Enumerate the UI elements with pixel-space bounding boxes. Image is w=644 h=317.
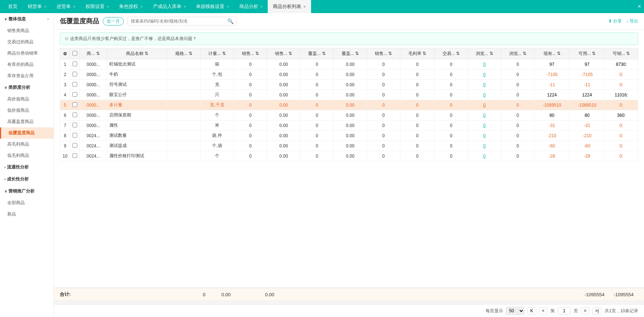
- row-checkbox[interactable]: [70, 70, 80, 80]
- row-checkbox[interactable]: [70, 151, 80, 161]
- page-size-select[interactable]: 50 20 100: [506, 307, 525, 315]
- row-num: 6: [60, 110, 70, 120]
- row-checkbox[interactable]: [70, 120, 80, 131]
- row-browse1[interactable]: 0: [468, 59, 501, 70]
- col-code[interactable]: 商... ⇅: [80, 48, 107, 59]
- nav-templates[interactable]: 单据模板设置 ×: [191, 0, 234, 13]
- col-browse2[interactable]: 浏览... ⇅: [501, 48, 534, 59]
- row-checkbox[interactable]: [70, 59, 80, 70]
- sidebar-section-circulation[interactable]: › 流通性分析: [0, 161, 54, 173]
- nav-permissions-close[interactable]: ×: [107, 4, 109, 9]
- sidebar-item-low-value[interactable]: 低价值商品: [0, 105, 54, 116]
- section-arrow-growth: ›: [4, 177, 5, 181]
- col-checkbox[interactable]: [70, 48, 80, 59]
- col-gross-margin[interactable]: 毛利率 ⇅: [400, 48, 434, 59]
- sidebar-section-overview[interactable]: ∨ 整体信息 «: [0, 13, 54, 25]
- col-available[interactable]: 可用... ⇅: [569, 48, 604, 59]
- prev-page-btn[interactable]: <: [539, 307, 547, 314]
- col-unit[interactable]: 计量... ⇅: [200, 48, 233, 59]
- share-btn[interactable]: ⬆ 分享: [608, 18, 622, 24]
- sidebar-item-in-stock[interactable]: 有库存的商品: [0, 59, 54, 70]
- sidebar: ∨ 整体信息 « 销售类商品 交易过的商品 商品分类动销率 有库存的商品 库存资…: [0, 13, 54, 317]
- row-checkbox[interactable]: [70, 141, 80, 151]
- row-cover1: 0: [300, 131, 333, 141]
- sidebar-item-high-margin[interactable]: 高毛利商品: [0, 139, 54, 150]
- close-all-btn[interactable]: ×: [638, 3, 641, 10]
- row-checkbox[interactable]: [70, 131, 80, 141]
- nav-product-analysis-close[interactable]: ×: [260, 4, 263, 9]
- nav-product-analysis-list-close[interactable]: ×: [303, 4, 306, 9]
- sidebar-item-high-coverage[interactable]: 高覆盖度商品: [0, 116, 54, 127]
- row-gross-margin: 0: [400, 59, 434, 70]
- col-sale-amt[interactable]: 销售... ⇅: [267, 48, 300, 59]
- nav-permissions[interactable]: 权限设置 ×: [80, 0, 114, 13]
- last-page-btn[interactable]: >|: [592, 307, 602, 314]
- search-input[interactable]: [131, 19, 227, 24]
- nav-product-analysis[interactable]: 商品分析 ×: [234, 0, 268, 13]
- col-browse1[interactable]: 浏览... ⇅: [468, 48, 501, 59]
- nav-roles[interactable]: 角色授权 ×: [114, 0, 148, 13]
- row-checkbox[interactable]: [70, 110, 80, 120]
- col-saleable[interactable]: 可销... ⇅: [605, 48, 638, 59]
- col-sale3[interactable]: 销售... ⇅: [367, 48, 400, 59]
- row-cover1: 0: [300, 100, 333, 110]
- sidebar-section-marketing[interactable]: ∨ 营销推广分析: [0, 185, 54, 197]
- nav-roles-close[interactable]: ×: [140, 4, 142, 9]
- export-btn[interactable]: ↓ 导出: [626, 18, 638, 24]
- nav-purchase-close[interactable]: ×: [73, 4, 75, 9]
- row-checkbox[interactable]: [70, 90, 80, 100]
- sidebar-item-stock-capital[interactable]: 库存资金占用: [0, 70, 54, 82]
- row-browse1[interactable]: 0: [468, 141, 501, 151]
- col-current-stock[interactable]: 现有... ⇅: [534, 48, 569, 59]
- row-checkbox[interactable]: [70, 100, 80, 110]
- row-gross-margin: 0: [400, 131, 434, 141]
- row-browse1[interactable]: 0: [468, 151, 501, 161]
- row-sale-qty: 0: [234, 141, 267, 151]
- row-browse1[interactable]: 0: [468, 80, 501, 90]
- sidebar-section-growth[interactable]: › 成长性分析: [0, 173, 54, 185]
- nav-inbound-close[interactable]: ×: [184, 4, 186, 9]
- nav-home[interactable]: 首页: [3, 0, 23, 13]
- row-sale-qty: 0: [234, 59, 267, 70]
- col-cover1[interactable]: 覆盖... ⇅: [300, 48, 333, 59]
- h-scrollbar[interactable]: [54, 301, 644, 304]
- section-arrow-marketing: ∨: [4, 189, 7, 193]
- sidebar-item-category-rate[interactable]: 商品分类动销率: [0, 48, 54, 59]
- nav-product-analysis-list[interactable]: 商品分析列表 ×: [268, 0, 311, 13]
- sidebar-section-cluster[interactable]: ∨ 类群度分析: [0, 82, 54, 94]
- row-browse1[interactable]: 0: [468, 100, 501, 110]
- col-cover2[interactable]: 覆盖... ⇅: [334, 48, 367, 59]
- filter-recent-month-btn[interactable]: 近一月: [103, 17, 124, 25]
- sidebar-item-new-products[interactable]: 新品: [0, 209, 54, 220]
- row-browse1[interactable]: 0: [468, 131, 501, 141]
- sidebar-item-all-products[interactable]: 全部商品: [0, 197, 54, 209]
- row-trade: 0: [435, 110, 468, 120]
- nav-sales[interactable]: 销货单 ×: [23, 0, 51, 13]
- row-browse1[interactable]: 0: [468, 70, 501, 80]
- col-trade[interactable]: 交易... ⇅: [435, 48, 468, 59]
- nav-sales-close[interactable]: ×: [44, 4, 46, 9]
- sidebar-item-high-value[interactable]: 高价值商品: [0, 94, 54, 105]
- nav-templates-close[interactable]: ×: [227, 4, 229, 9]
- row-browse1[interactable]: 0: [468, 90, 501, 100]
- row-num: 5: [60, 100, 70, 110]
- row-checkbox[interactable]: [70, 80, 80, 90]
- next-page-btn[interactable]: >: [581, 307, 589, 314]
- sidebar-item-low-margin[interactable]: 低毛利商品: [0, 150, 54, 161]
- select-all-checkbox[interactable]: [72, 51, 77, 56]
- sidebar-collapse-icon[interactable]: «: [47, 17, 49, 21]
- col-name[interactable]: 商品名称 ⇅: [107, 48, 167, 59]
- col-settings[interactable]: ⚙: [60, 48, 70, 59]
- sidebar-item-low-coverage[interactable]: 低覆盖度商品: [0, 127, 54, 139]
- nav-inbound[interactable]: 产成品入库单 ×: [148, 0, 191, 13]
- nav-purchase[interactable]: 进货单 ×: [51, 0, 80, 13]
- page-number-input[interactable]: [558, 307, 571, 314]
- col-sale-qty[interactable]: 销售... ⇅: [234, 48, 267, 59]
- row-browse1[interactable]: 0: [468, 120, 501, 131]
- search-icon[interactable]: 🔍: [227, 18, 233, 24]
- sidebar-item-sales-products[interactable]: 销售类商品: [0, 25, 54, 36]
- col-spec[interactable]: 规格... ⇅: [167, 48, 200, 59]
- first-page-btn[interactable]: K: [527, 307, 536, 314]
- sidebar-item-traded-products[interactable]: 交易过的商品: [0, 36, 54, 48]
- row-browse1[interactable]: 0: [468, 110, 501, 120]
